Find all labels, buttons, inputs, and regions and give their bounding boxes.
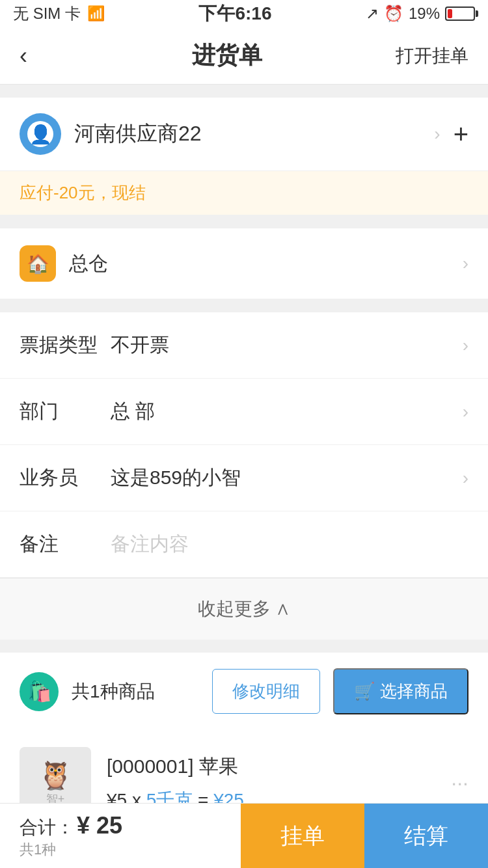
products-icon-wrapper: 🛍️ [20,672,59,711]
select-product-button[interactable]: 🛒 选择商品 [333,668,468,714]
supplier-notice: 应付-20元，现结 [0,171,488,215]
remark-input[interactable]: 备注内容 [111,531,468,558]
form-section: 票据类型 不开票 › 部门 总 部 › 业务员 这是859的小智 › 备注 备注… [0,312,488,578]
products-header: 🛍️ 共1种商品 修改明细 🛒 选择商品 [0,653,488,730]
product-logo: 🦉 智+ [38,759,72,807]
back-button[interactable]: ‹ [20,42,59,70]
department-chevron-icon: › [463,401,468,422]
divider-1 [0,85,488,98]
warehouse-icon: 🏠 [20,245,56,282]
supplier-avatar: 👤 [20,113,61,155]
divider-3 [0,299,488,312]
alarm-icon: ⏰ [384,5,403,23]
status-left: 无 SIM 卡 📶 [13,3,105,24]
products-icon: 🛍️ [27,680,51,703]
supplier-chevron-icon: › [434,124,440,144]
location-icon: ↗ [366,5,379,23]
invoice-chevron-icon: › [463,335,468,356]
footer-total-row: 合计： ¥ 25 [20,812,221,840]
products-count: 共1种商品 [72,679,199,704]
footer-total-count: 共1种 [20,840,221,860]
nav-bar: ‹ 进货单 打开挂单 [0,27,488,85]
department-value: 总 部 [111,398,463,425]
salesperson-chevron-icon: › [463,468,468,489]
department-row[interactable]: 部门 总 部 › [0,379,488,445]
status-time: 下午6:16 [198,1,271,26]
supplier-section: 👤 河南供应商22 › + 应付-20元，现结 [0,98,488,215]
avatar-icon: 👤 [27,121,53,147]
supplier-row[interactable]: 👤 河南供应商22 › + [0,98,488,171]
footer-total: 合计： ¥ 25 共1种 [0,804,241,868]
footer-total-label: 合计： [20,815,74,840]
invoice-type-label: 票据类型 [20,332,111,359]
department-label: 部门 [20,398,111,425]
invoice-type-value: 不开票 [111,332,463,359]
footer: 合计： ¥ 25 共1种 挂单 结算 [0,803,488,868]
salesperson-row[interactable]: 业务员 这是859的小智 › [0,445,488,511]
open-hang-button[interactable]: 打开挂单 [396,44,468,68]
warehouse-row[interactable]: 🏠 总仓 › [0,228,488,299]
status-right: ↗ ⏰ 19% [366,5,475,23]
divider-4 [0,640,488,653]
invoice-type-row[interactable]: 票据类型 不开票 › [0,312,488,379]
cart-icon: 🛒 [354,681,375,701]
salesperson-value: 这是859的小智 [111,465,463,491]
warehouse-chevron-icon: › [463,253,468,274]
battery-icon [445,7,475,21]
collapse-more-button[interactable]: 收起更多 ∧ [0,578,488,640]
remark-row[interactable]: 备注 备注内容 [0,511,488,578]
product-name: [0000001] 苹果 [107,753,451,780]
sim-label: 无 SIM 卡 [13,3,81,24]
wifi-icon: 📶 [87,5,105,22]
remark-label: 备注 [20,531,111,558]
modify-detail-button[interactable]: 修改明细 [212,669,320,714]
battery-percent: 19% [409,5,440,23]
salesperson-label: 业务员 [20,465,111,491]
footer-total-amount: ¥ 25 [77,812,122,839]
status-bar: 无 SIM 卡 📶 下午6:16 ↗ ⏰ 19% [0,0,488,27]
product-more-button[interactable]: ··· [451,771,468,795]
page-title: 进货单 [192,40,262,72]
warehouse-label: 总仓 [69,251,463,277]
hang-order-button[interactable]: 挂单 [241,804,364,868]
supplier-name: 河南供应商22 [74,120,434,148]
checkout-button[interactable]: 结算 [364,804,488,868]
add-supplier-button[interactable]: + [454,120,468,149]
warehouse-section: 🏠 总仓 › [0,228,488,299]
divider-2 [0,215,488,228]
